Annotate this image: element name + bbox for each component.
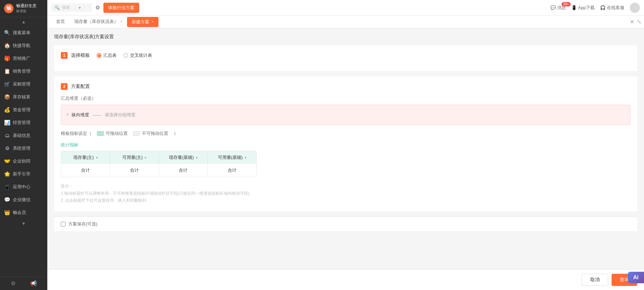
section2-card: 2 方案配置 汇总维度（必选） * 纵向维度 —— 请选择分组维度 模板指标设定… bbox=[54, 76, 637, 211]
dropdown-icon: ▾ bbox=[79, 5, 81, 10]
sales-icon: 📋 bbox=[4, 68, 10, 74]
logo-text: 畅通好生意 标准版 bbox=[16, 3, 36, 14]
search-icon: 🔍 bbox=[55, 5, 60, 10]
sidebar-scroll-down[interactable]: ▼ bbox=[0, 219, 47, 228]
sidebar-item-label: 快捷导航 bbox=[13, 43, 30, 49]
dimension-label: 汇总维度（必选） bbox=[61, 95, 630, 101]
crown-icon: 👑 bbox=[4, 210, 10, 216]
sidebar-item-label: 采购管理 bbox=[13, 81, 30, 87]
sidebar-item-operations[interactable]: 📊 经营管理 bbox=[0, 116, 47, 129]
col-inventory-base-label: 现存量(基辅) bbox=[169, 154, 194, 161]
non-draggable-label: 不可拖动位置 bbox=[142, 130, 168, 137]
tab-new-scheme[interactable]: 新建方案 × bbox=[127, 17, 158, 27]
tab-expand-icon[interactable]: ⤡ bbox=[637, 19, 641, 25]
template-radio-group: 汇总表 交叉统计表 bbox=[97, 52, 152, 58]
settings-topbar-icon[interactable]: ⚙ bbox=[95, 4, 100, 11]
page-content: 现存量(库存状况表)方案设置 1 选择模板 汇总表 交叉统计表 bbox=[47, 28, 644, 269]
radio-cross-circle bbox=[123, 53, 128, 58]
sidebar-item-system[interactable]: ⚙ 系统管理 bbox=[0, 142, 47, 155]
sidebar-item-search[interactable]: 🔍 搜索菜单 bbox=[0, 26, 47, 39]
stats-col-inventory-base[interactable]: 现存量(基辅) ▾ bbox=[159, 151, 208, 164]
logo-icon: 畅 bbox=[4, 4, 14, 13]
sidebar-item-wechat[interactable]: 💬 企业微信 bbox=[0, 193, 47, 206]
save-option: 方案保存(可选) bbox=[54, 217, 637, 231]
phone-download-icon: 📱 bbox=[571, 5, 577, 10]
sidebar-item-label: 系统管理 bbox=[13, 145, 30, 151]
tab-inventory-status[interactable]: 现存量（库存状况表） × bbox=[70, 16, 127, 28]
sidebar-item-app-center[interactable]: 📱 应用中心 bbox=[0, 180, 47, 193]
sidebar-scroll-up[interactable]: ▲ bbox=[0, 17, 47, 26]
tab-close-window[interactable]: ✕ bbox=[630, 19, 634, 25]
tip-item-1: 1.拖动标题栏可以调整布局，不可跨维度或指标区域拖动栏目字段(只能在同一维度或指… bbox=[61, 190, 630, 197]
indicator-draggable: 可拖动位置 bbox=[97, 130, 128, 137]
sidebar-item-member[interactable]: 👑 畅会员 bbox=[0, 206, 47, 219]
tab-new-label: 新建方案 bbox=[132, 19, 149, 25]
sidebar-item-basic[interactable]: 🗂 基础信息 bbox=[0, 129, 47, 142]
tab-inventory-close[interactable]: × bbox=[120, 20, 122, 23]
topbar: 🔍 搜索 ▾ ⚙ 体验行业方案 💬 消息 99+ 📱 App下载 🎧 在线客服 bbox=[47, 0, 644, 16]
gear-icon: ⚙ bbox=[4, 145, 10, 151]
page-title: 现存量(库存状况表)方案设置 bbox=[54, 34, 637, 40]
col-available-main-label: 可用量(主) bbox=[122, 154, 143, 161]
cancel-button[interactable]: 取消 bbox=[582, 274, 608, 286]
sidebar-item-sales[interactable]: 📋 销售管理 bbox=[0, 65, 47, 78]
ai-button[interactable]: Ai bbox=[628, 272, 644, 283]
col-available-base-label: 可用量(基辅) bbox=[218, 154, 243, 161]
phone-icon: 📱 bbox=[4, 184, 10, 190]
search-placeholder: 搜索 bbox=[62, 5, 70, 10]
topbar-search[interactable]: 🔍 搜索 ▾ bbox=[51, 3, 92, 12]
template-indicator: 模板指标设定（ 可拖动位置 不可拖动位置 ） bbox=[61, 130, 630, 137]
sidebar-item-quick-nav[interactable]: 🏠 快捷导航 bbox=[0, 39, 47, 52]
dimension-dash: —— bbox=[93, 113, 101, 118]
non-draggable-box bbox=[133, 131, 140, 136]
sidebar-item-contract[interactable]: 🤝 企业协同 bbox=[0, 155, 47, 168]
footer: 取消 查询 bbox=[47, 269, 644, 290]
settings-icon[interactable]: ⚙ bbox=[11, 280, 16, 287]
user-avatar[interactable] bbox=[630, 3, 640, 13]
message-icon: 💬 bbox=[550, 5, 556, 10]
section1-card: 1 选择模板 汇总表 交叉统计表 bbox=[54, 45, 637, 71]
dimension-box[interactable]: * 纵向维度 —— 请选择分组维度 bbox=[61, 105, 630, 125]
section1-title: 选择模板 bbox=[71, 52, 90, 58]
sidebar-item-label: 企业微信 bbox=[13, 197, 30, 203]
sidebar-item-inventory[interactable]: 📦 库存核算 bbox=[0, 91, 47, 103]
radio-cross[interactable]: 交叉统计表 bbox=[123, 52, 152, 58]
save-option-label: 方案保存(可选) bbox=[68, 221, 98, 227]
sidebar-item-label: 应用中心 bbox=[13, 184, 30, 190]
save-checkbox[interactable] bbox=[61, 222, 66, 226]
stats-col-inventory-main[interactable]: 现存量(主) ▾ bbox=[61, 151, 110, 164]
trial-button[interactable]: 体验行业方案 bbox=[103, 3, 139, 13]
tab-bar: 首页 现存量（库存状况表） × 新建方案 × ✕ ⤡ bbox=[47, 16, 644, 28]
online-service-button[interactable]: 🎧 在线客服 bbox=[600, 5, 624, 11]
stats-table: 现存量(主) ▾ 可用量(主) ▾ 现存量(基辅) ▾ 可用量(基辅) bbox=[61, 151, 257, 177]
sidebar-item-marketing[interactable]: 🎁 营销推广 bbox=[0, 52, 47, 65]
template-indicator-end: ） bbox=[174, 130, 178, 137]
box-icon: 📦 bbox=[4, 94, 10, 100]
stats-col-available-main[interactable]: 可用量(主) ▾ bbox=[110, 151, 159, 164]
stats-section: 统计指标 现存量(主) ▾ 可用量(主) ▾ 现存量(基辅) bbox=[61, 142, 630, 177]
radio-summary-circle bbox=[97, 53, 101, 58]
stats-cell-1: 合计 bbox=[110, 164, 159, 177]
messages-button[interactable]: 💬 消息 99+ bbox=[550, 5, 566, 11]
stats-cell-3: 合计 bbox=[208, 164, 256, 177]
speaker-icon[interactable]: 📢 bbox=[30, 280, 37, 287]
sidebar-item-new-guide[interactable]: 🌟 新手引导 bbox=[0, 168, 47, 180]
sidebar: 畅 畅通好生意 标准版 ▲ 🔍 搜索菜单 🏠 快捷导航 🎁 营销推广 📋 销售管… bbox=[0, 0, 47, 290]
tab-home[interactable]: 首页 bbox=[51, 16, 70, 28]
sidebar-bottom: ⚙ 📢 bbox=[0, 276, 47, 290]
dimension-required: * bbox=[67, 113, 68, 118]
stats-cell-2: 合计 bbox=[159, 164, 208, 177]
radio-summary[interactable]: 汇总表 bbox=[97, 52, 117, 58]
tab-new-close[interactable]: × bbox=[151, 20, 153, 24]
section1-num: 1 bbox=[61, 52, 68, 59]
headset-icon: 🎧 bbox=[600, 5, 605, 10]
tips-section: 提示： 1.拖动标题栏可以调整布局，不可跨维度或指标区域拖动栏目字段(只能在同一… bbox=[61, 183, 630, 204]
sidebar-item-label: 新手引导 bbox=[13, 171, 30, 177]
sidebar-item-label: 基础信息 bbox=[13, 132, 30, 139]
sidebar-item-finance[interactable]: 💰 资金管理 bbox=[0, 103, 47, 116]
sidebar-item-purchase[interactable]: 🛒 采购管理 bbox=[0, 78, 47, 91]
col-available-main-dropdown: ▾ bbox=[145, 156, 146, 160]
stats-col-available-base[interactable]: 可用量(基辅) ▾ bbox=[208, 151, 256, 164]
section2-num: 2 bbox=[61, 83, 68, 90]
app-download-button[interactable]: 📱 App下载 bbox=[571, 5, 595, 11]
